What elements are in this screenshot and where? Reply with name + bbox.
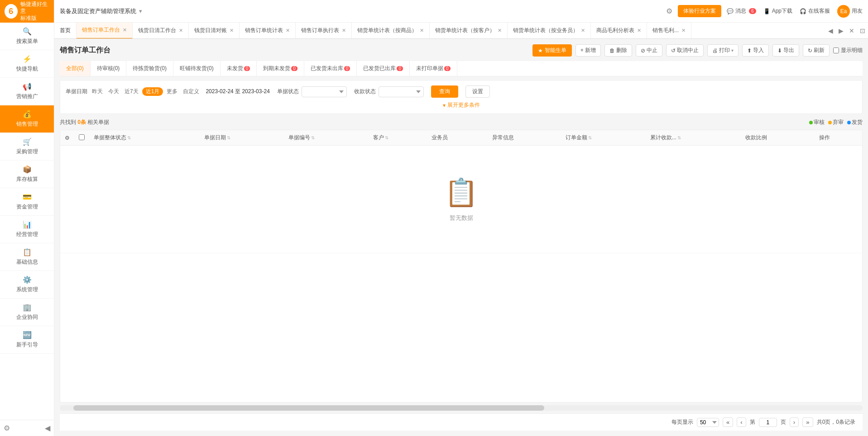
topbar-gear-icon[interactable]: ⚙ [666,7,672,15]
date-shortcut-近1月[interactable]: 近1月 [142,87,163,96]
sidebar-item-guide[interactable]: 🆕新手引导 [0,326,54,354]
col-header-number[interactable]: 单据编号⇅ [284,130,368,146]
date-shortcut-更多[interactable]: 更多 [165,87,179,96]
show-detail-check[interactable]: 显示明细 [833,47,863,54]
filter-tab-not_printed[interactable]: 未打印单据0 [410,61,457,76]
approve-btn[interactable]: 审核 [809,118,825,126]
tab-close-cash-daily[interactable]: ✕ [179,28,183,33]
sort-icon-customer: ⇅ [385,135,388,140]
tab-close-gross-profit[interactable]: ✕ [637,28,641,33]
tab-close-sales-staff-stat[interactable]: ✕ [581,28,585,33]
tab-close-sales-order[interactable]: ✕ [123,27,127,33]
tab-cash-reconcile[interactable]: 钱货日清对账✕ [189,23,240,39]
import-btn[interactable]: ⬆ 导入 [742,44,769,57]
tab-close-all[interactable]: ✕ [846,23,857,39]
payment-select[interactable] [379,86,424,97]
page-last-btn[interactable]: » [802,417,813,427]
sidebar-item-search[interactable]: 🔍搜索菜单 [0,23,54,50]
tab-close-cash-reconcile[interactable]: ✕ [230,28,234,33]
date-shortcut-昨天[interactable]: 昨天 [90,87,105,96]
sidebar-item-finance[interactable]: 💳资金管理 [0,188,54,216]
tab-sales-stat[interactable]: 销售订单统计表✕ [240,23,296,39]
col-header-date[interactable]: 单据日期⇅ [200,130,284,146]
select-all-checkbox[interactable] [79,134,85,140]
tab-sales-customer-stat[interactable]: 销货单统计表（按客户）✕ [430,23,508,39]
tab-sales-order[interactable]: 销售订单工作台✕ [77,23,133,39]
tab-sales-profit[interactable]: 销售毛利...✕ [647,23,691,39]
settings-icon[interactable]: ⚙ [4,424,10,432]
date-shortcut-今天[interactable]: 今天 [106,87,121,96]
sidebar-item-purchase[interactable]: 🛒采购管理 [0,133,54,161]
sidebar-item-label-inventory: 库存核算 [16,175,38,183]
status-select[interactable] [302,86,347,97]
sidebar-item-quicknav[interactable]: ⚡快捷导航 [0,50,54,78]
sidebar-item-marketing[interactable]: 📢营销推广 [0,78,54,105]
horizontal-scrollbar[interactable] [60,405,863,411]
filter-tab-pending_check[interactable]: 待拣货验货(0) [126,61,173,76]
tab-close-sales-product-stat[interactable]: ✕ [420,28,424,33]
col-header-amount[interactable]: 订单金额⇅ [561,130,645,146]
col-settings-icon[interactable]: ⚙ [65,135,70,141]
page-input[interactable] [759,418,777,427]
page-next-btn[interactable]: › [790,417,799,427]
msg-item[interactable]: 💬 消息 6 [727,7,756,15]
stop-btn[interactable]: ⊘ 中止 [636,44,662,57]
set-btn[interactable]: 设置 [465,85,490,98]
print-btn[interactable]: 🖨 打印 ▾ [707,44,739,57]
ship-btn[interactable]: 发货 [847,118,863,126]
tab-maximize[interactable]: ⊡ [857,23,868,39]
filter-tab-not_shipped[interactable]: 未发货0 [221,61,257,76]
date-shortcut-自定义[interactable]: 自定义 [181,87,201,96]
tab-close-sales-exec[interactable]: ✕ [342,28,346,33]
refresh-btn[interactable]: ↻ 刷新 [803,44,830,57]
tab-sales-staff-stat[interactable]: 销货单统计表（按业务员）✕ [508,23,591,39]
sidebar-item-enterprise[interactable]: 🏢企业协同 [0,299,54,326]
filter-tab-expired_not_shipped[interactable]: 到期未发货0 [257,61,304,76]
tab-nav-next[interactable]: ▶ [836,23,846,39]
tab-nav-prev[interactable]: ◀ [825,23,836,39]
tab-sales-product-stat[interactable]: 销货单统计表（按商品）✕ [352,23,430,39]
date-range[interactable]: 2023-02-24 至 2023-03-24 [206,88,269,95]
tab-close-sales-stat[interactable]: ✕ [286,28,290,33]
filter-tab-all[interactable]: 全部(0) [60,61,91,76]
export-btn[interactable]: ⬇ 导出 [772,44,799,57]
tab-close-sales-customer-stat[interactable]: ✕ [498,28,502,33]
industry-btn[interactable]: 体验行业方案 [678,5,721,17]
empty-icon: 📋 [444,176,478,209]
date-shortcut-近7天[interactable]: 近7天 [123,87,140,96]
sidebar-item-basic[interactable]: 📋基础信息 [0,243,54,271]
tab-gross-profit[interactable]: 商品毛利分析表✕ [591,23,647,39]
topbar-dropdown-icon[interactable]: ▾ [139,8,142,14]
smart-create-btn[interactable]: ★ 智能生单 [532,44,572,57]
user-item[interactable]: Ea 用友 [837,5,863,18]
tab-cash-daily[interactable]: 钱货日清工作台✕ [133,23,189,39]
sidebar-item-sales[interactable]: 💰销售管理 [0,105,54,133]
tab-close-sales-profit[interactable]: ✕ [681,28,686,33]
filter-tab-wangpu_ship[interactable]: 旺铺待发货(0) [173,61,221,76]
filter-tab-shipped_out[interactable]: 已发货已出库0 [357,61,410,76]
col-header-collected[interactable]: 累计收款...⇅ [646,130,741,146]
sidebar-item-system[interactable]: ⚙️系统管理 [0,271,54,299]
cancel-stop-btn[interactable]: ↺ 取消中止 [666,44,704,57]
show-detail-checkbox[interactable] [833,47,839,53]
sidebar-item-operation[interactable]: 📊经营管理 [0,216,54,243]
expand-conditions-btn[interactable]: ▾ 展开更多条件 [443,101,480,109]
filter-tab-pending_review[interactable]: 待审核(0) [91,61,127,76]
delete-btn[interactable]: 🗑 删除 [604,44,632,57]
col-header-status[interactable]: 单据整体状态⇅ [89,130,200,146]
online-service-item[interactable]: 🎧 在线客服 [800,7,830,15]
add-btn[interactable]: + 新增 [575,44,601,57]
query-btn[interactable]: 查询 [431,85,458,98]
page-first-btn[interactable]: « [723,417,733,427]
col-header-customer[interactable]: 客户⇅ [369,130,427,146]
filter-tab-shipped_not_out[interactable]: 已发货未出库0 [304,61,357,76]
page-size-select[interactable]: 50 20 100 [697,418,719,427]
unapprove-btn[interactable]: 弃审 [828,118,844,126]
sidebar-item-inventory[interactable]: 📦库存核算 [0,161,54,188]
page-prev-btn[interactable]: ‹ [737,417,746,427]
filter-tab-label-not_printed: 未打印单据0 [416,65,451,71]
app-download-item[interactable]: 📱 App下载 [763,7,792,15]
tab-home[interactable]: 首页 [54,23,77,39]
tab-sales-exec[interactable]: 销售订单执行表✕ [296,23,352,39]
collapse-icon[interactable]: ◀ [45,424,50,432]
